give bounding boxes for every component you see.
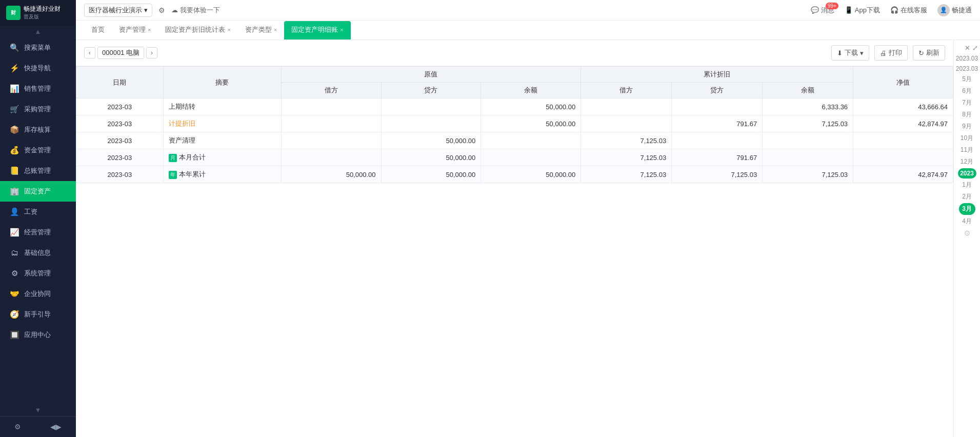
sidebar-item-label: 固定资产 bbox=[24, 187, 51, 196]
month-item-5[interactable]: 5月 bbox=[954, 73, 980, 85]
print-label: 打印 bbox=[889, 48, 902, 57]
tab-close-icon[interactable]: × bbox=[148, 27, 151, 33]
prev-asset-button[interactable]: ‹ bbox=[84, 47, 95, 58]
app-logo: 财 畅捷通好业财 普及版 bbox=[0, 0, 76, 26]
tab-close-icon[interactable]: × bbox=[340, 27, 343, 33]
month-item-2[interactable]: 2月 bbox=[954, 191, 980, 203]
tab-depreciation-table[interactable]: 固定资产折旧统计表 × bbox=[158, 21, 237, 39]
avatar: 👤 bbox=[937, 4, 950, 16]
month-item-9[interactable]: 9月 bbox=[954, 121, 980, 132]
collapse-btn[interactable]: ◀▶ bbox=[46, 421, 66, 433]
sidebar-item-salary[interactable]: 👤 工资 bbox=[0, 202, 76, 222]
tab-close-icon[interactable]: × bbox=[227, 27, 230, 33]
cell-net-value bbox=[853, 149, 953, 166]
sidebar-item-fund[interactable]: 💰 资金管理 bbox=[0, 140, 76, 161]
month-item-8[interactable]: 8月 bbox=[954, 109, 980, 121]
tab-close-icon[interactable]: × bbox=[274, 27, 277, 33]
th-accumulated-depreciation: 累计折旧 bbox=[581, 67, 853, 83]
year-label-2023[interactable]: 2023 bbox=[958, 168, 976, 178]
settings-button[interactable]: ⚙ bbox=[158, 6, 165, 14]
asset-code-display: 000001 电脑 bbox=[97, 47, 144, 59]
cell-date: 2023-03 bbox=[76, 166, 164, 183]
service-action[interactable]: 🎧 在线客服 bbox=[890, 6, 927, 15]
sidebar-item-label: 工资 bbox=[24, 207, 37, 216]
phone-icon: 📱 bbox=[845, 6, 853, 14]
cloud-icon: ☁ bbox=[171, 6, 178, 14]
tab-asset-detail[interactable]: 固定资产明细账 × bbox=[284, 21, 350, 39]
month-item-4[interactable]: 4月 bbox=[954, 215, 980, 227]
sidebar-scroll-down[interactable]: ▼ bbox=[0, 404, 76, 416]
expand-panel-icon[interactable]: ⤢ bbox=[972, 44, 978, 52]
sidebar-item-label: 总账管理 bbox=[24, 166, 51, 175]
toolbar-right: ⬇ 下载 ▾ 🖨 打印 ↻ 刷新 bbox=[831, 45, 945, 61]
experience-button[interactable]: ☁ 我要体验一下 bbox=[171, 6, 220, 15]
user-action[interactable]: 👤 畅捷通 bbox=[937, 4, 972, 16]
cell-dep-credit bbox=[672, 98, 763, 115]
sidebar-item-sys-manage[interactable]: ⚙ 系统管理 bbox=[0, 263, 76, 284]
detail-table: 日期 摘要 原值 累计折旧 净值 借方 贷方 余额 借方 贷方 余额 bbox=[76, 66, 953, 183]
panel-scroll-down[interactable]: ⊙ bbox=[963, 227, 972, 239]
sidebar-item-sales[interactable]: 📊 销售管理 bbox=[0, 78, 76, 99]
service-label: 在线客服 bbox=[901, 6, 927, 15]
tab-home[interactable]: 首页 bbox=[84, 21, 112, 39]
sidebar-bottom: ⚙ ◀▶ bbox=[0, 416, 76, 437]
sidebar-item-inventory[interactable]: 📦 库存核算 bbox=[0, 120, 76, 140]
user-label: 畅捷通 bbox=[952, 6, 972, 15]
cell-date: 2023-03 bbox=[76, 115, 164, 132]
th-dep-debit: 借方 bbox=[581, 83, 672, 98]
th-dep-credit: 贷方 bbox=[672, 83, 763, 98]
sidebar-item-operation[interactable]: 📈 经营管理 bbox=[0, 222, 76, 243]
download-action[interactable]: 📱 App下载 bbox=[845, 6, 880, 15]
handshake-icon: 🤝 bbox=[10, 289, 19, 299]
sidebar-item-ledger[interactable]: 📒 总账管理 bbox=[0, 161, 76, 181]
download-label: App下载 bbox=[855, 6, 880, 15]
cell-dep-balance: 7,125.03 bbox=[763, 166, 853, 183]
cell-orig-debit: 50,000.00 bbox=[281, 166, 381, 183]
sidebar-item-enterprise[interactable]: 🤝 企业协同 bbox=[0, 284, 76, 304]
cell-net-value: 43,666.64 bbox=[853, 98, 953, 115]
dropdown-arrow-icon: ▾ bbox=[144, 6, 148, 14]
tab-asset-type[interactable]: 资产类型 × bbox=[238, 21, 284, 39]
sidebar-item-label: 资金管理 bbox=[24, 146, 51, 155]
sidebar-item-basic-info[interactable]: 🗂 基础信息 bbox=[0, 243, 76, 263]
sidebar-item-purchase[interactable]: 🛒 采购管理 bbox=[0, 99, 76, 120]
th-net-value: 净值 bbox=[853, 67, 953, 98]
next-asset-button[interactable]: › bbox=[146, 47, 157, 58]
cell-dep-balance bbox=[763, 132, 853, 149]
year-header-label: 2023.03 bbox=[954, 53, 980, 63]
sidebar-item-fixed-asset[interactable]: 🏢 固定资产 bbox=[0, 181, 76, 202]
company-selector[interactable]: 医疗器械行业演示 ▾ bbox=[84, 4, 152, 17]
month-item-3[interactable]: 3月 bbox=[959, 203, 975, 215]
download-button[interactable]: ⬇ 下载 ▾ bbox=[831, 45, 869, 61]
th-orig-credit: 贷方 bbox=[381, 83, 481, 98]
print-button[interactable]: 🖨 打印 bbox=[874, 45, 908, 61]
month-item-7[interactable]: 7月 bbox=[954, 97, 980, 109]
table-row-year-total: 2023-03 年本年累计 50,000.00 50,000.00 50,000… bbox=[76, 166, 953, 183]
cell-dep-balance: 6,333.36 bbox=[763, 98, 853, 115]
cell-orig-balance: 50,000.00 bbox=[481, 115, 581, 132]
cell-orig-balance bbox=[481, 149, 581, 166]
settings-bottom-btn[interactable]: ⚙ bbox=[10, 421, 25, 433]
month-item-6[interactable]: 6月 bbox=[954, 85, 980, 97]
sidebar-item-guide[interactable]: 🧭 新手引导 bbox=[0, 304, 76, 325]
refresh-button[interactable]: ↻ 刷新 bbox=[913, 45, 945, 61]
th-orig-debit: 借方 bbox=[281, 83, 381, 98]
gear-icon: ⚙ bbox=[10, 269, 19, 278]
building-icon: 🏢 bbox=[10, 187, 19, 196]
month-item-12[interactable]: 12月 bbox=[954, 156, 980, 168]
sidebar-item-app-center[interactable]: 🔲 应用中心 bbox=[0, 325, 76, 345]
close-panel-icon[interactable]: ✕ bbox=[965, 44, 970, 52]
sidebar-item-quick-nav[interactable]: ⚡ 快捷导航 bbox=[0, 58, 76, 78]
cell-summary: 年本年累计 bbox=[163, 166, 281, 183]
compass-icon: 🧭 bbox=[10, 310, 19, 319]
year-header-label2: 2023.03 bbox=[954, 63, 980, 73]
sidebar-item-search[interactable]: 🔍 搜索菜单 bbox=[0, 37, 76, 58]
month-item-10[interactable]: 10月 bbox=[954, 132, 980, 144]
tab-asset-manage[interactable]: 资产管理 × bbox=[112, 21, 158, 39]
sidebar-scroll-up[interactable]: ▲ bbox=[0, 26, 76, 37]
message-action[interactable]: 💬 消息 99+ bbox=[811, 6, 834, 15]
month-item-11[interactable]: 11月 bbox=[954, 144, 980, 156]
month-item-1[interactable]: 1月 bbox=[954, 179, 980, 191]
cell-dep-debit bbox=[581, 115, 672, 132]
sidebar-item-label: 库存核算 bbox=[24, 125, 51, 134]
